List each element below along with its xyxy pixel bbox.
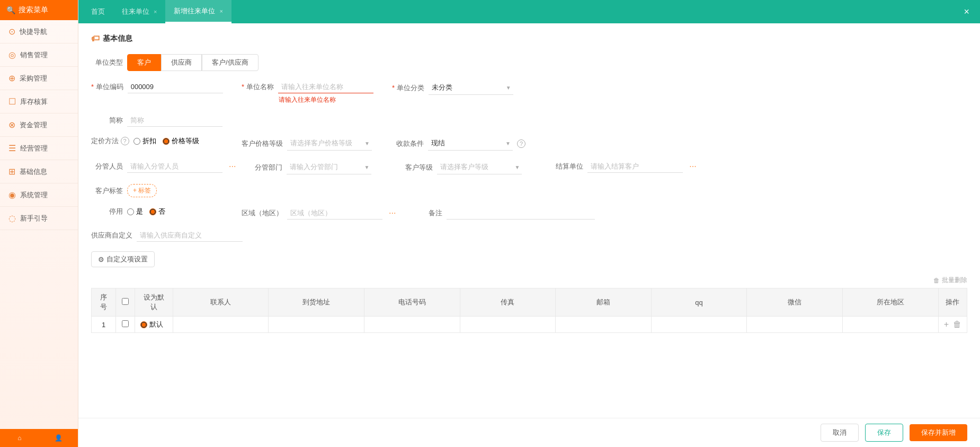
tab-new-partner[interactable]: 新增往来单位 × bbox=[165, 0, 231, 23]
customer-price-label: 客户价格等级 bbox=[242, 139, 283, 148]
tab-new-partner-close[interactable]: × bbox=[219, 8, 222, 14]
pricing-radio-discount-input[interactable] bbox=[133, 138, 140, 145]
pricing-price-level-label: 价格等级 bbox=[172, 136, 199, 146]
footer-home-btn[interactable]: ⌂ bbox=[0, 429, 39, 447]
section-icon: 🏷 bbox=[91, 34, 100, 43]
sidebar-item-label: 新手引导 bbox=[20, 214, 48, 223]
manager-more-btn[interactable]: ··· bbox=[227, 162, 238, 171]
settlement-group: 结算单位 ··· bbox=[551, 160, 698, 173]
row-email-input[interactable] bbox=[561, 321, 646, 329]
customer-level-display[interactable]: 请选择客户等级 bbox=[437, 160, 522, 174]
row-fax-input[interactable] bbox=[466, 321, 550, 329]
tag-add-button[interactable]: + 标签 bbox=[127, 184, 157, 197]
region-label: 区域（地区） bbox=[242, 208, 283, 218]
row-qq-input[interactable] bbox=[657, 321, 742, 329]
disabled-radio-yes-input[interactable] bbox=[127, 208, 134, 215]
search-menu-label: 搜索菜单 bbox=[19, 5, 48, 15]
row-region-input[interactable] bbox=[848, 321, 933, 329]
unit-name-group-col: 单位名称 请输入往来单位名称 bbox=[242, 81, 379, 104]
batch-delete-icon: 🗑 bbox=[933, 277, 940, 284]
customer-price-display[interactable]: 请选择客户价格等级 bbox=[287, 136, 372, 151]
tab-partners-close[interactable]: × bbox=[154, 8, 157, 15]
row-checkbox[interactable] bbox=[122, 320, 129, 327]
row-delete-button[interactable]: 🗑 bbox=[953, 320, 961, 329]
th-email: 邮箱 bbox=[556, 288, 652, 317]
sidebar-item-purchase[interactable]: ⊕ 采购管理 bbox=[0, 67, 78, 90]
close-all-tabs-button[interactable]: × bbox=[957, 6, 976, 17]
payment-terms-help-icon[interactable]: ? bbox=[517, 139, 525, 148]
tab-home[interactable]: 首页 bbox=[83, 0, 113, 23]
batch-delete-button[interactable]: 🗑 批量删除 bbox=[933, 276, 967, 285]
sidebar-item-system[interactable]: ◉ 系统管理 bbox=[0, 183, 78, 207]
region-more-btn[interactable]: ··· bbox=[387, 208, 398, 218]
customer-level-label: 客户等级 bbox=[401, 163, 433, 172]
customer-level-group: 客户等级 请选择客户等级 ▼ bbox=[401, 160, 539, 174]
supplier-custom-input[interactable] bbox=[137, 229, 243, 242]
inventory-icon: ☐ bbox=[8, 97, 16, 107]
customer-price-select-wrap: 请选择客户价格等级 ▼ bbox=[287, 136, 372, 151]
disabled-radio-yes[interactable]: 是 bbox=[127, 207, 143, 216]
pricing-radio-discount[interactable]: 折扣 bbox=[133, 136, 156, 146]
type-btn-customer[interactable]: 客户 bbox=[127, 54, 161, 71]
remark-group: 备注 bbox=[411, 207, 595, 220]
sidebar-item-quick-nav[interactable]: ⊙ 快捷导航 bbox=[0, 20, 78, 43]
table-select-all-checkbox[interactable] bbox=[122, 298, 129, 305]
sidebar-item-finance[interactable]: ⊗ 资金管理 bbox=[0, 113, 78, 137]
sales-icon: ◎ bbox=[8, 50, 16, 60]
pricing-help-icon[interactable]: ? bbox=[121, 137, 129, 145]
type-btn-supplier[interactable]: 供应商 bbox=[161, 54, 202, 71]
search-menu-button[interactable]: 🔍 搜索菜单 bbox=[0, 0, 78, 20]
type-btn-both[interactable]: 客户/供应商 bbox=[202, 54, 259, 71]
batch-delete-label: 批量删除 bbox=[942, 276, 967, 285]
section-title-label: 基本信息 bbox=[103, 34, 132, 43]
abbr-input[interactable] bbox=[127, 114, 222, 127]
cancel-button[interactable]: 取消 bbox=[821, 424, 859, 442]
custom-settings-button[interactable]: ⚙ 自定义项设置 bbox=[91, 251, 155, 267]
department-display[interactable]: 请输入分管部门 bbox=[287, 160, 371, 174]
pricing-radio-price-level[interactable]: 价格等级 bbox=[163, 136, 199, 146]
sidebar-item-basic-info[interactable]: ⊞ 基础信息 bbox=[0, 160, 78, 183]
th-region: 所在地区 bbox=[843, 288, 939, 317]
sidebar-item-operations[interactable]: ☰ 经营管理 bbox=[0, 137, 78, 160]
row-default-radio-label[interactable]: 默认 bbox=[140, 320, 167, 329]
sidebar-item-label: 经营管理 bbox=[20, 144, 48, 153]
td-phone bbox=[364, 317, 460, 333]
th-contact: 联系人 bbox=[173, 288, 269, 317]
save-button[interactable]: 保存 bbox=[865, 424, 903, 442]
contact-table: 序号 设为默认 联系人 到货地址 电话号码 传真 邮箱 qq 微信 所在地区 操… bbox=[91, 288, 967, 333]
row-wechat-input[interactable] bbox=[752, 321, 837, 329]
settlement-more-btn[interactable]: ··· bbox=[687, 162, 698, 171]
disabled-radio-no-input[interactable] bbox=[149, 208, 156, 215]
department-select-wrap: 请输入分管部门 ▼ bbox=[287, 160, 371, 174]
region-input[interactable] bbox=[287, 207, 382, 220]
row-phone-input[interactable] bbox=[370, 321, 455, 329]
unit-code-input[interactable] bbox=[128, 81, 223, 93]
save-and-new-button[interactable]: 保存并新增 bbox=[910, 424, 967, 441]
payment-terms-display[interactable]: 现结 bbox=[428, 136, 513, 151]
row-address-input[interactable] bbox=[274, 321, 359, 329]
td-wechat bbox=[747, 317, 843, 333]
settlement-input[interactable] bbox=[587, 160, 683, 173]
tag-row: 客户标签 + 标签 bbox=[91, 184, 967, 197]
footer-user-btn[interactable]: 👤 bbox=[39, 429, 78, 447]
unit-name-input[interactable] bbox=[278, 81, 373, 93]
unit-category-display[interactable]: 未分类 bbox=[429, 81, 513, 95]
pricing-method-label: 定价方法 ? bbox=[91, 136, 129, 146]
pricing-radio-price-level-input[interactable] bbox=[163, 138, 170, 145]
row-contact-input[interactable] bbox=[179, 321, 263, 329]
unit-code-label: 单位编码 bbox=[91, 82, 123, 92]
sidebar-item-sales[interactable]: ◎ 销售管理 bbox=[0, 43, 78, 67]
tab-partners[interactable]: 往来单位 × bbox=[113, 0, 165, 23]
unit-category-group: 单位分类 未分类 ▼ bbox=[392, 81, 530, 95]
custom-settings-label: 自定义项设置 bbox=[106, 255, 148, 264]
remark-input[interactable] bbox=[447, 207, 595, 220]
disabled-radio-no[interactable]: 否 bbox=[149, 207, 165, 216]
row-add-button[interactable]: + bbox=[944, 320, 949, 329]
sidebar-item-inventory[interactable]: ☐ 库存核算 bbox=[0, 90, 78, 113]
tag-label: 客户标签 bbox=[91, 186, 123, 196]
unit-code-group: 单位编码 bbox=[91, 81, 229, 93]
sidebar-item-new-guide[interactable]: ◌ 新手引导 bbox=[0, 207, 78, 230]
tab-bar: 首页 往来单位 × 新增往来单位 × × bbox=[78, 0, 980, 23]
row-default-radio[interactable] bbox=[140, 321, 147, 328]
manager-input[interactable] bbox=[127, 160, 222, 173]
